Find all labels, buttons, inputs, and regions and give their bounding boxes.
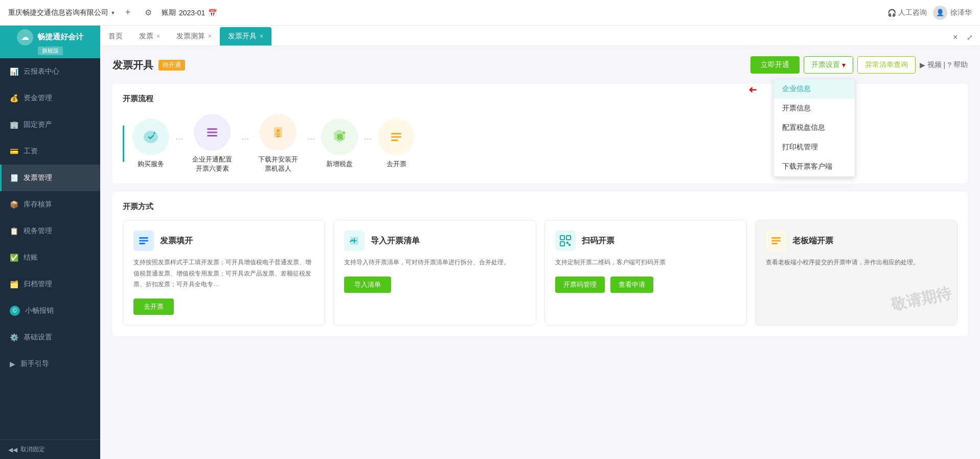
svg-text:+: + — [343, 130, 346, 135]
boss-title: 老板端开票 — [792, 236, 833, 246]
tab-close-kaihu[interactable]: × — [260, 33, 263, 40]
boss-icon — [766, 231, 786, 251]
scan-btn2[interactable]: 查看申请 — [610, 277, 653, 293]
sidebar-bottom-action[interactable]: ◀◀ 取消固定 — [0, 440, 100, 459]
tab-fapiaocesuan[interactable]: 发票测算 × — [168, 27, 220, 45]
dropdown-arrow-icon: ➜ — [748, 83, 757, 96]
sidebar-item-fapiao[interactable]: 🧾 发票管理 — [0, 165, 100, 191]
dropdown-item-kaipiaoxinxi[interactable]: 开票信息 — [774, 99, 855, 118]
tab-home[interactable]: 首页 — [100, 27, 131, 45]
zijin-icon: 💰 — [10, 94, 18, 102]
step-icon-3: 税 + — [321, 119, 358, 155]
page-header: 发票开具 待开通 立即开通 开票设置 ▾ 异常清单查询 ▶ 视频 | ? — [112, 56, 968, 74]
support-area[interactable]: 🎧 人工咨询 — [887, 8, 927, 17]
dropdown-item-dayingji[interactable]: 打印机管理 — [774, 137, 855, 157]
step-item-1: 企业开通配置开票六要素 — [189, 114, 235, 173]
tab-maximize[interactable]: ⤢ — [964, 31, 976, 43]
jiezhang-icon: ✅ — [10, 254, 18, 262]
gongzi-icon: 💳 — [10, 147, 18, 155]
sidebar-item-guidang[interactable]: 🗂️ 归档管理 — [0, 271, 100, 297]
scan-icon — [555, 231, 576, 251]
sidebar-item-zijin[interactable]: 💰 资金管理 — [0, 85, 100, 111]
video-help-area: ▶ 视频 | ? 帮助 — [920, 60, 968, 70]
sidebar-item-yunbao[interactable]: 📊 云报表中心 — [0, 58, 100, 85]
sidebar-item-shuiwu[interactable]: 📋 税务管理 — [0, 218, 100, 244]
add-tab-icon[interactable]: + — [121, 6, 135, 20]
calendar-icon[interactable]: 📅 — [208, 9, 217, 17]
sidebar-item-kucun[interactable]: 📦 库存核算 — [0, 191, 100, 218]
settings-icon[interactable]: ⚙ — [141, 6, 155, 20]
xinshou-icon: ▶ — [10, 360, 15, 368]
sidebar: ☁ 畅捷通好会计 旗舰版 📊 云报表中心 💰 资金管理 🏢 固定资产 💳 工资 … — [0, 26, 100, 459]
tab-close-fapiao[interactable]: × — [156, 33, 160, 40]
import-btn[interactable]: 导入清单 — [344, 277, 391, 293]
fill-title: 发票填开 — [160, 236, 193, 246]
dropdown-item-qiyexinxi[interactable]: 企业信息 — [774, 79, 855, 99]
tab-fapiaokaihu[interactable]: 发票开具 × — [220, 27, 271, 45]
xiaochang-icon: © — [10, 306, 20, 316]
sidebar-item-jichushezhi[interactable]: ⚙️ 基础设置 — [0, 324, 100, 351]
scan-btn1[interactable]: 开票码管理 — [555, 277, 605, 293]
step-icon-2 — [260, 114, 297, 151]
step-label-3: 新增税盘 — [326, 159, 353, 169]
svg-rect-18 — [560, 236, 564, 240]
activate-button[interactable]: 立即开通 — [750, 56, 800, 74]
svg-rect-24 — [771, 240, 781, 242]
period-label: 账期 2023-01 📅 — [162, 8, 217, 17]
methods-section: 开票方式 发票填开 — [112, 192, 968, 336]
svg-rect-14 — [139, 237, 148, 239]
jichushezhi-icon: ⚙️ — [10, 333, 18, 341]
settings-button[interactable]: 开票设置 ▾ — [804, 56, 853, 74]
svg-rect-19 — [566, 236, 571, 240]
boss-desc: 查看老板端小程序提交的开票申请，并作出相应的处理。 — [766, 257, 947, 268]
play-icon[interactable]: ▶ — [920, 61, 925, 69]
exception-button[interactable]: 异常清单查询 — [857, 56, 916, 74]
sidebar-item-gongzi[interactable]: 💳 工资 — [0, 138, 100, 165]
step-icon-4 — [378, 119, 415, 155]
header-buttons: 立即开通 开票设置 ▾ 异常清单查询 ▶ 视频 | ? 帮助 — [750, 56, 968, 74]
guidang-icon: 🗂️ — [10, 280, 18, 288]
fill-btn[interactable]: 去开票 — [133, 299, 174, 315]
import-desc: 支持导入待开票清单，可对待开票清单进行拆分、合并处理。 — [344, 257, 525, 268]
sidebar-item-jiezhang[interactable]: ✅ 结账 — [0, 244, 100, 271]
tab-fapiao[interactable]: 发票 × — [131, 27, 168, 45]
svg-rect-2 — [207, 132, 217, 133]
gudingzichan-icon: 🏢 — [10, 121, 18, 129]
svg-rect-12 — [391, 136, 401, 138]
sidebar-item-gudingzichan[interactable]: 🏢 固定资产 — [0, 111, 100, 138]
sidebar-item-xiaochang[interactable]: © 小畅报销 — [0, 297, 100, 324]
svg-rect-21 — [566, 242, 568, 244]
sidebar-item-xinshou[interactable]: ▶ 新手引导 — [0, 351, 100, 377]
user-avatar: 👤 — [933, 6, 947, 20]
svg-rect-3 — [207, 135, 217, 136]
svg-text:+: + — [153, 130, 156, 136]
method-card-scan: 扫码开票 支持定制开票二维码，客户端可扫码开票 开票码管理 查看申请 — [544, 220, 747, 326]
pin-icon: ◀◀ — [8, 446, 17, 453]
step-item-0: + 购买服务 — [132, 119, 169, 169]
svg-rect-23 — [771, 237, 781, 239]
company-selector[interactable]: 重庆畅捷交通信息咨询有限公司 ▾ — [8, 8, 115, 17]
svg-rect-1 — [207, 128, 217, 130]
tab-close-cesuan[interactable]: × — [208, 33, 212, 40]
logo-badge: 旗舰版 — [38, 47, 63, 55]
dropdown-item-peizhi[interactable]: 配置税盘信息 — [774, 118, 855, 137]
method-card-import: 导入开票清单 支持导入待开票清单，可对待开票清单进行拆分、合并处理。 导入清单 — [333, 220, 536, 326]
method-cards: 发票填开 支持按照发票样式手工填开发票；可开具增值税电子普通发票、增值税普通发票… — [123, 220, 958, 326]
step-item-4: 去开票 — [378, 119, 415, 169]
chevron-settings-icon: ▾ — [842, 61, 846, 69]
fapiao-icon: 🧾 — [10, 174, 18, 182]
sidebar-logo: ☁ 畅捷通好会计 旗舰版 — [0, 26, 100, 58]
user-area[interactable]: 👤 徐泽华 — [933, 6, 972, 20]
fill-icon — [133, 231, 154, 251]
company-name: 重庆畅捷交通信息咨询有限公司 — [8, 8, 108, 17]
logo-text: 畅捷通好会计 — [37, 32, 83, 42]
svg-rect-6 — [276, 133, 281, 134]
svg-rect-25 — [771, 243, 778, 244]
scan-desc: 支持定制开票二维码，客户端可扫码开票 — [555, 257, 736, 268]
svg-rect-16 — [139, 243, 145, 244]
dropdown-item-xiazai[interactable]: 下载开票客户端 — [774, 157, 855, 176]
method-card-fill: 发票填开 支持按照发票样式手工填开发票；可开具增值税电子普通发票、增值税普通发票… — [123, 220, 325, 326]
tab-close-window[interactable]: × — [949, 31, 962, 43]
step-arrow-0: ··· — [175, 133, 183, 154]
svg-rect-13 — [391, 140, 398, 141]
